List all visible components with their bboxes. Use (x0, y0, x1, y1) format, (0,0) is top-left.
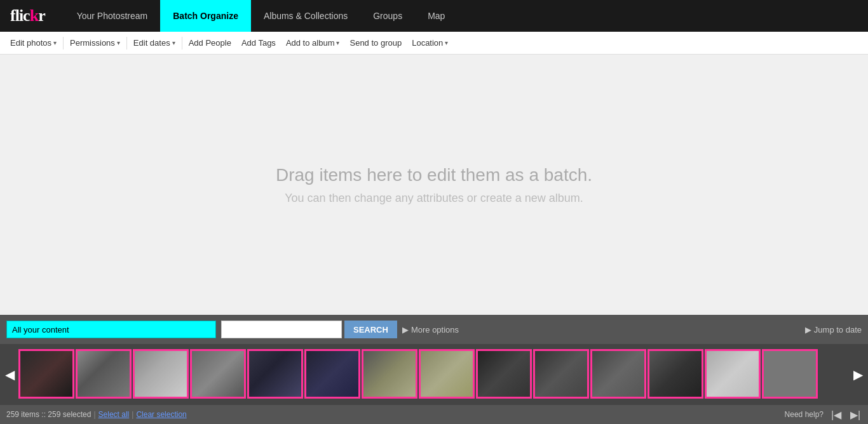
nav-item-batch-organize[interactable]: Batch Organize (160, 0, 251, 32)
content-select[interactable]: All your content Sets Collections (6, 321, 216, 338)
photo-thumb[interactable] (762, 349, 818, 399)
jump-to-date-label: Jump to date (814, 325, 862, 335)
toolbar-location[interactable]: Location ▾ (407, 32, 453, 55)
separator-3 (182, 37, 182, 50)
edit-dates-chevron: ▾ (172, 39, 175, 46)
photo-thumb[interactable] (533, 349, 589, 399)
photo-thumb[interactable] (247, 349, 303, 399)
photo-thumb[interactable] (419, 349, 475, 399)
nav-items: Your Photostream Batch Organize Albums &… (64, 0, 868, 32)
add-people-label: Add People (189, 38, 231, 48)
photo-thumb[interactable] (705, 349, 761, 399)
photo-thumb[interactable] (190, 349, 246, 399)
send-to-group-label: Send to group (349, 38, 402, 48)
nav-item-groups[interactable]: Groups (360, 0, 415, 32)
toolbar-add-people[interactable]: Add People (184, 32, 236, 55)
need-help-link[interactable]: Need help? (785, 410, 824, 419)
bottom-nav-controls: Need help? |◀ ▶| (785, 408, 862, 421)
flickr-logo: flickr (10, 6, 45, 25)
drag-title: Drag items here to edit them as a batch. (276, 165, 592, 185)
permissions-label: Permissions (70, 38, 115, 48)
search-input[interactable] (221, 321, 342, 338)
nav-item-photostream[interactable]: Your Photostream (64, 0, 161, 32)
photo-thumb[interactable] (362, 349, 417, 399)
toolbar-permissions[interactable]: Permissions ▾ (65, 32, 125, 55)
search-input-wrap: SEARCH (221, 321, 397, 338)
select-all-link[interactable]: Select all (98, 410, 130, 419)
toolbar-add-to-album[interactable]: Add to album ▾ (281, 32, 345, 55)
top-navigation: flickr Your Photostream Batch Organize A… (0, 0, 868, 32)
more-options-arrow: ▶ (402, 325, 409, 335)
location-label: Location (412, 38, 443, 48)
add-tags-label: Add Tags (241, 38, 276, 48)
filmstrip-next-button[interactable]: ▶ (850, 344, 867, 405)
search-button[interactable]: SEARCH (344, 321, 397, 338)
photo-thumb[interactable] (590, 349, 646, 399)
more-options-button[interactable]: ▶ More options (402, 325, 459, 335)
filmstrip-prev-button[interactable]: ◀ (1, 344, 18, 405)
filmstrip-row: ◀ ▶ (0, 344, 868, 405)
pipe-separator-2: | (132, 410, 133, 419)
prev-icon: ◀ (5, 367, 15, 382)
add-to-album-label: Add to album (286, 38, 335, 48)
photo-thumb[interactable] (648, 349, 703, 399)
photo-thumb[interactable] (18, 349, 74, 399)
jump-to-date-arrow: ▶ (805, 325, 811, 335)
search-bar: All your content Sets Collections SEARCH… (0, 315, 868, 344)
toolbar-edit-photos[interactable]: Edit photos ▾ (5, 32, 62, 55)
filmstrip-photos (18, 349, 850, 400)
filmstrip-first-button[interactable]: |◀ (830, 408, 843, 421)
next-icon: ▶ (853, 367, 863, 382)
photo-thumb[interactable] (304, 349, 360, 399)
separator-1 (63, 37, 64, 50)
photo-thumb[interactable] (76, 349, 132, 399)
filmstrip-bottom: 259 items :: 259 selected | Select all |… (0, 405, 868, 424)
toolbar-send-to-group[interactable]: Send to group (344, 32, 407, 55)
drop-area: Drag items here to edit them as a batch.… (0, 55, 868, 315)
drag-subtitle: You can then change any attributes or cr… (285, 192, 583, 205)
filmstrip-area: All your content Sets Collections SEARCH… (0, 315, 868, 424)
add-to-album-chevron: ▾ (336, 39, 339, 46)
photo-thumb[interactable] (476, 349, 532, 399)
toolbar-add-tags[interactable]: Add Tags (236, 32, 281, 55)
clear-selection-link[interactable]: Clear selection (136, 410, 186, 419)
location-chevron: ▾ (445, 39, 448, 46)
filmstrip-last-button[interactable]: ▶| (849, 408, 862, 421)
nav-item-map[interactable]: Map (415, 0, 458, 32)
more-options-label: More options (411, 325, 459, 335)
edit-photos-label: Edit photos (10, 38, 51, 48)
edit-dates-label: Edit dates (133, 38, 170, 48)
pipe-separator-1: | (93, 410, 95, 419)
photo-thumb[interactable] (133, 349, 189, 399)
separator-2 (126, 37, 127, 50)
toolbar-edit-dates[interactable]: Edit dates ▾ (128, 32, 180, 55)
items-count: 259 items :: 259 selected (6, 410, 91, 419)
jump-to-date-button[interactable]: ▶ Jump to date (805, 325, 862, 335)
nav-item-albums-collections[interactable]: Albums & Collections (251, 0, 360, 32)
permissions-chevron: ▾ (117, 39, 120, 46)
toolbar: Edit photos ▾ Permissions ▾ Edit dates ▾… (0, 32, 868, 55)
edit-photos-chevron: ▾ (53, 39, 57, 46)
